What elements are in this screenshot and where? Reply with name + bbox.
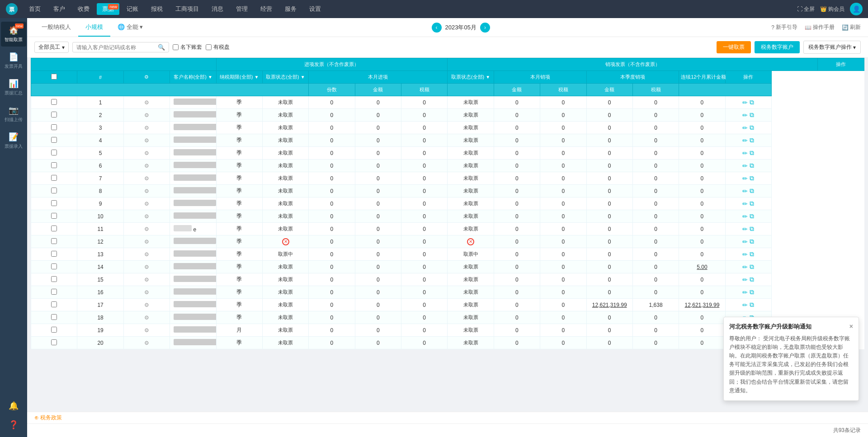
copy-icon[interactable]: ⧉ [750,162,754,169]
edit-icon[interactable]: ✏ [742,263,748,271]
edit-icon[interactable]: ✏ [742,276,748,283]
row-client-name[interactable] [170,134,216,147]
row-checkbox-2[interactable] [51,112,57,117]
row-client-name[interactable] [170,210,216,223]
copy-icon[interactable]: ⧉ [750,301,754,309]
row-checkbox-15[interactable] [51,276,57,282]
row-checkbox-18[interactable] [51,314,57,320]
copy-icon[interactable]: ⧉ [750,263,754,271]
row-checkbox-20[interactable] [51,339,57,345]
row-checkbox-14[interactable] [51,263,57,269]
row-client-name[interactable] [170,235,216,248]
copy-icon[interactable]: ⧉ [750,250,754,258]
fullscreen-btn[interactable]: ⛶ 全屏 [797,5,815,13]
one-click-fetch-btn[interactable]: 一键取票 [717,41,751,53]
row-checkbox-12[interactable] [51,238,57,244]
row-checkbox-6[interactable] [51,162,57,168]
nav-client[interactable]: 客户 [48,3,71,15]
copy-icon[interactable]: ⧉ [750,174,754,182]
row-client-name[interactable] [170,273,216,286]
row-client-name[interactable] [170,248,216,261]
select-all-checkbox[interactable] [51,74,57,80]
row-client-name[interactable] [170,96,216,109]
row-settings-icon[interactable]: ⚙ [144,213,149,220]
row-settings-icon[interactable]: ⚙ [144,302,149,308]
row-client-name[interactable] [170,337,216,349]
nav-fee[interactable]: 收费 [72,3,95,15]
copy-icon[interactable]: ⧉ [750,187,754,195]
row-settings-icon[interactable]: ⚙ [144,251,149,258]
row-checkbox-5[interactable] [51,150,57,155]
edit-icon[interactable]: ✏ [742,162,748,169]
quota-filter-icon[interactable]: ▼ [254,75,259,80]
copy-icon[interactable]: ⧉ [750,111,754,119]
edit-icon[interactable]: ✏ [742,289,748,296]
row-settings-icon[interactable]: ⚙ [144,163,149,169]
row-checkbox-7[interactable] [51,175,57,181]
checkbox-subledger[interactable]: 名下账套 [173,43,202,51]
prev-period-btn[interactable]: ‹ [432,23,442,33]
in-status-filter-icon[interactable]: ▼ [301,75,305,80]
logo[interactable]: 票 [5,3,18,15]
row-client-name[interactable] [170,299,216,311]
nav-settings[interactable]: 设置 [304,3,326,15]
row-settings-icon[interactable]: ⚙ [144,175,149,182]
copy-icon[interactable]: ⧉ [750,200,754,207]
tab-all-capable[interactable]: 🌐 全能 ▾ [110,19,150,37]
nav-message[interactable]: 消息 [206,3,229,15]
nav-commerce[interactable]: 工商项目 [170,3,204,15]
row-client-name[interactable] [170,185,216,197]
row-checkbox-1[interactable] [51,99,57,105]
row-checkbox-16[interactable] [51,289,57,295]
row-client-name[interactable] [170,147,216,160]
nav-bookkeeping[interactable]: 记账 [121,3,144,15]
copy-icon[interactable]: ⧉ [750,225,754,233]
edit-icon[interactable]: ✏ [742,213,748,220]
edit-icon[interactable]: ✏ [742,200,748,207]
copy-icon[interactable]: ⧉ [750,136,754,144]
row-settings-icon[interactable]: ⚙ [144,99,149,106]
row-checkbox-3[interactable] [51,124,57,130]
row-settings-icon[interactable]: ⚙ [144,150,149,156]
edit-icon[interactable]: ✏ [742,251,748,258]
row-settings-icon[interactable]: ⚙ [144,201,149,207]
sidebar-item-summary[interactable]: 📊 票据汇总 [1,75,26,100]
row-checkbox-19[interactable] [51,327,57,333]
edit-icon[interactable]: ✏ [742,124,748,132]
row-client-name[interactable]: e [170,223,216,235]
row-settings-icon[interactable]: ⚙ [144,125,149,131]
sidebar-item-notify[interactable]: 🔔 [1,397,26,414]
row-settings-icon[interactable]: ⚙ [144,226,149,232]
row-settings-icon[interactable]: ⚙ [144,340,149,346]
row-checkbox-13[interactable] [51,251,57,257]
out-status-filter-icon[interactable]: ▼ [486,75,490,80]
row-settings-icon[interactable]: ⚙ [144,112,149,118]
next-period-btn[interactable]: › [480,23,490,33]
manual-btn[interactable]: 📖 操作手册 [805,23,835,31]
row-client-name[interactable] [170,122,216,134]
row-checkbox-9[interactable] [51,200,57,206]
copy-icon[interactable]: ⧉ [750,149,754,157]
row-settings-icon[interactable]: ⚙ [144,188,149,194]
tax-policy-link[interactable]: ⊕ 税务政策 [27,412,868,423]
row-settings-icon[interactable]: ⚙ [144,315,149,321]
row-settings-icon[interactable]: ⚙ [144,239,149,245]
row-client-name[interactable] [170,261,216,273]
row-checkbox-4[interactable] [51,137,57,143]
row-client-name[interactable] [170,172,216,185]
row-checkbox-17[interactable] [51,301,57,307]
client-filter-icon[interactable]: ▼ [208,75,212,80]
row-settings-icon[interactable]: ⚙ [144,264,149,270]
vip-btn[interactable]: 👑 购会员 [820,5,844,13]
row-checkbox-8[interactable] [51,188,57,193]
sidebar-item-help[interactable]: ❓ [1,416,26,433]
checkbox-taxdisk[interactable]: 有税盘 [206,43,230,51]
employee-select[interactable]: 全部员工 ▾ [34,42,69,53]
edit-icon[interactable]: ✏ [742,99,748,106]
row-settings-icon[interactable]: ⚙ [144,137,149,144]
edit-icon[interactable]: ✏ [742,175,748,182]
nav-home[interactable]: 首页 [24,3,46,15]
sidebar-item-entry[interactable]: 📝 票据录入 [1,128,26,153]
row-checkbox-11[interactable] [51,226,57,231]
copy-icon[interactable]: ⧉ [750,276,754,283]
